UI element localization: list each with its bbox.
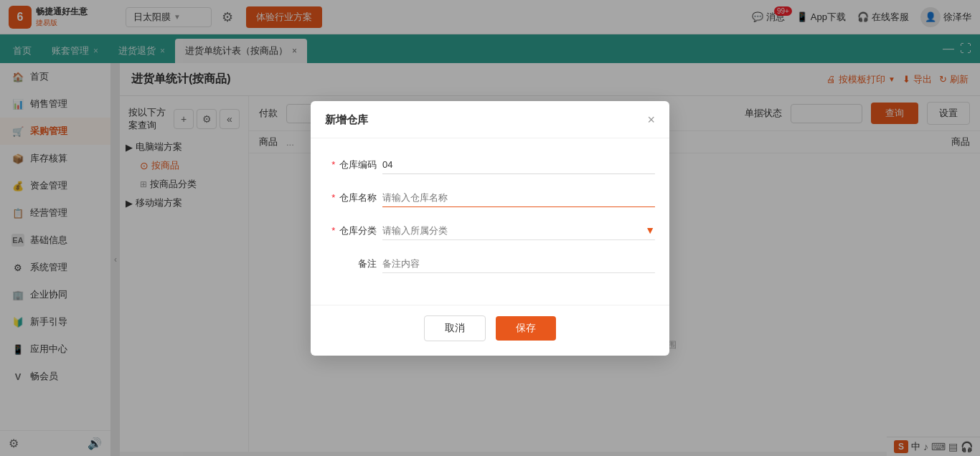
required-mark: * bbox=[331, 192, 335, 203]
type-dropdown-arrow[interactable]: ▼ bbox=[645, 224, 655, 236]
type-label: * 仓库分类 bbox=[325, 224, 382, 237]
required-mark: * bbox=[331, 225, 335, 236]
modal-header: 新增仓库 × bbox=[311, 101, 669, 138]
new-warehouse-modal: 新增仓库 × * 仓库编码 * 仓库名称 bbox=[311, 101, 669, 356]
note-input[interactable] bbox=[382, 255, 655, 273]
cancel-button[interactable]: 取消 bbox=[424, 315, 486, 341]
name-input[interactable] bbox=[382, 189, 655, 207]
form-row-name: * 仓库名称 bbox=[325, 189, 655, 207]
save-button[interactable]: 保存 bbox=[496, 316, 556, 341]
modal-overlay: 新增仓库 × * 仓库编码 * 仓库名称 bbox=[0, 0, 980, 456]
code-input[interactable] bbox=[382, 156, 655, 174]
modal-body: * 仓库编码 * 仓库名称 * 仓库分类 bbox=[311, 138, 669, 305]
note-label: 备注 bbox=[325, 257, 382, 270]
type-select-wrapper: ▼ bbox=[382, 222, 655, 240]
form-row-code: * 仓库编码 bbox=[325, 156, 655, 174]
type-input[interactable] bbox=[382, 222, 645, 239]
form-row-note: 备注 bbox=[325, 255, 655, 273]
form-row-type: * 仓库分类 ▼ bbox=[325, 222, 655, 240]
code-label: * 仓库编码 bbox=[325, 158, 382, 171]
modal-close-button[interactable]: × bbox=[647, 113, 655, 128]
modal-title: 新增仓库 bbox=[325, 113, 368, 127]
name-label: * 仓库名称 bbox=[325, 191, 382, 204]
modal-footer: 取消 保存 bbox=[311, 305, 669, 356]
required-mark: * bbox=[331, 159, 335, 170]
